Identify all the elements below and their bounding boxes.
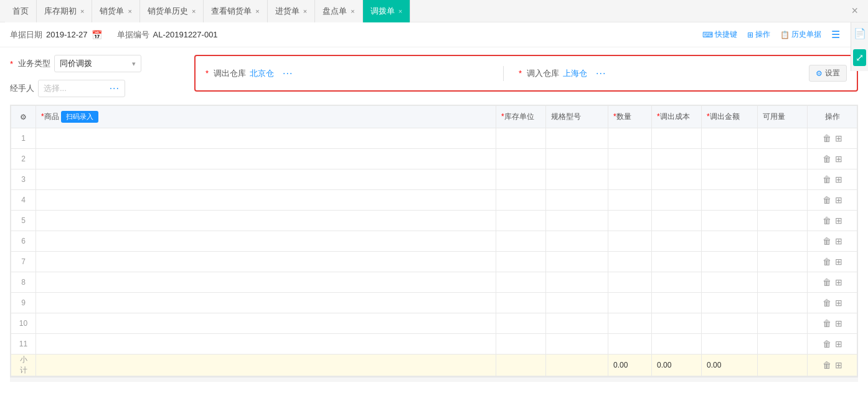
delete-icon[interactable]: 🗑 bbox=[823, 133, 831, 143]
shortcuts-button[interactable]: ⌨ 快捷键 bbox=[702, 29, 737, 40]
qty-cell[interactable] bbox=[608, 128, 652, 149]
product-cell[interactable] bbox=[36, 190, 496, 211]
amount-cell[interactable] bbox=[702, 128, 758, 149]
tab-purchase[interactable]: 进货单 × bbox=[268, 0, 315, 22]
copy-icon[interactable]: ⊞ bbox=[835, 236, 842, 246]
delete-icon[interactable]: 🗑 bbox=[823, 277, 831, 287]
copy-icon[interactable]: ⊞ bbox=[835, 277, 842, 287]
product-cell[interactable] bbox=[36, 169, 496, 190]
amount-cell[interactable] bbox=[702, 231, 758, 252]
delete-icon[interactable]: 🗑 bbox=[823, 298, 831, 308]
qty-cell[interactable] bbox=[608, 169, 652, 190]
product-cell[interactable] bbox=[36, 272, 496, 293]
qty-cell[interactable] bbox=[608, 231, 652, 252]
tab-close-icon[interactable]: × bbox=[303, 7, 307, 15]
delete-icon[interactable]: 🗑 bbox=[823, 236, 831, 246]
product-cell[interactable] bbox=[36, 313, 496, 334]
in-warehouse-value[interactable]: 上海仓 bbox=[563, 68, 587, 79]
delete-icon[interactable]: 🗑 bbox=[823, 154, 831, 164]
copy-icon[interactable]: ⊞ bbox=[835, 339, 842, 349]
tab-close-icon[interactable]: × bbox=[192, 7, 196, 15]
spec-cell[interactable] bbox=[546, 128, 608, 149]
amount-cell[interactable] bbox=[702, 293, 758, 313]
product-cell[interactable] bbox=[36, 211, 496, 231]
cost-cell[interactable] bbox=[652, 272, 702, 293]
unit-cell[interactable] bbox=[496, 149, 546, 169]
tab-close-icon[interactable]: × bbox=[255, 7, 259, 15]
tab-close-icon[interactable]: × bbox=[128, 7, 131, 15]
qty-cell[interactable] bbox=[608, 252, 652, 272]
spec-cell[interactable] bbox=[546, 231, 608, 252]
tab-transfer[interactable]: 调拨单 × bbox=[363, 0, 410, 22]
copy-icon[interactable]: ⊞ bbox=[835, 154, 842, 164]
expand-icon[interactable]: ⤢ bbox=[853, 49, 866, 66]
cost-cell[interactable] bbox=[652, 149, 702, 169]
cost-cell[interactable] bbox=[652, 169, 702, 190]
unit-cell[interactable] bbox=[496, 313, 546, 334]
product-cell[interactable] bbox=[36, 334, 496, 355]
cost-cell[interactable] bbox=[652, 313, 702, 334]
delete-icon[interactable]: 🗑 bbox=[823, 195, 831, 205]
spec-cell[interactable] bbox=[546, 149, 608, 169]
delete-icon[interactable]: 🗑 bbox=[823, 318, 831, 328]
spec-cell[interactable] bbox=[546, 334, 608, 355]
amount-cell[interactable] bbox=[702, 313, 758, 334]
window-close-button[interactable]: × bbox=[846, 4, 863, 17]
copy-icon[interactable]: ⊞ bbox=[835, 195, 842, 205]
copy-icon[interactable]: ⊞ bbox=[835, 318, 842, 328]
unit-cell[interactable] bbox=[496, 190, 546, 211]
layout-toggle-1[interactable]: ☰ bbox=[831, 29, 840, 40]
tab-view-sales[interactable]: 查看销货单 × bbox=[204, 0, 267, 22]
unit-cell[interactable] bbox=[496, 272, 546, 293]
scan-input-button[interactable]: 扫码录入 bbox=[61, 111, 98, 123]
unit-cell[interactable] bbox=[496, 231, 546, 252]
notes-icon[interactable]: 📄 bbox=[854, 27, 866, 39]
spec-cell[interactable] bbox=[546, 252, 608, 272]
handler-more-icon[interactable]: ··· bbox=[110, 83, 120, 94]
delete-icon[interactable]: 🗑 bbox=[823, 216, 831, 226]
tab-inventory-init[interactable]: 库存期初 × bbox=[37, 0, 92, 22]
spec-cell[interactable] bbox=[546, 293, 608, 313]
unit-cell[interactable] bbox=[496, 169, 546, 190]
spec-cell[interactable] bbox=[546, 169, 608, 190]
tab-close-icon[interactable]: × bbox=[80, 7, 84, 15]
qty-cell[interactable] bbox=[608, 211, 652, 231]
spec-cell[interactable] bbox=[546, 190, 608, 211]
amount-cell[interactable] bbox=[702, 334, 758, 355]
cost-cell[interactable] bbox=[652, 334, 702, 355]
cost-cell[interactable] bbox=[652, 231, 702, 252]
unit-cell[interactable] bbox=[496, 334, 546, 355]
calendar-icon[interactable]: 📅 bbox=[92, 30, 102, 40]
copy-icon[interactable]: ⊞ bbox=[835, 257, 842, 267]
qty-cell[interactable] bbox=[608, 313, 652, 334]
delete-icon[interactable]: 🗑 bbox=[823, 257, 831, 267]
history-button[interactable]: 📋 历史单据 bbox=[780, 29, 821, 40]
product-cell[interactable] bbox=[36, 149, 496, 169]
copy-icon[interactable]: ⊞ bbox=[835, 360, 842, 370]
copy-icon[interactable]: ⊞ bbox=[835, 298, 842, 308]
qty-cell[interactable] bbox=[608, 272, 652, 293]
amount-cell[interactable] bbox=[702, 252, 758, 272]
product-cell[interactable] bbox=[36, 231, 496, 252]
spec-cell[interactable] bbox=[546, 211, 608, 231]
copy-icon[interactable]: ⊞ bbox=[835, 216, 842, 226]
qty-cell[interactable] bbox=[608, 334, 652, 355]
delete-icon[interactable]: 🗑 bbox=[823, 339, 831, 349]
out-warehouse-value[interactable]: 北京仓 bbox=[250, 68, 274, 79]
handler-select[interactable]: 选择... ··· bbox=[38, 80, 125, 97]
tab-sales-order[interactable]: 销货单 × bbox=[92, 0, 139, 22]
amount-cell[interactable] bbox=[702, 211, 758, 231]
cost-cell[interactable] bbox=[652, 252, 702, 272]
tab-active-close-icon[interactable]: × bbox=[399, 7, 402, 15]
unit-cell[interactable] bbox=[496, 293, 546, 313]
product-cell[interactable] bbox=[36, 128, 496, 149]
cost-cell[interactable] bbox=[652, 128, 702, 149]
cost-cell[interactable] bbox=[652, 190, 702, 211]
copy-icon[interactable]: ⊞ bbox=[835, 133, 842, 143]
unit-cell[interactable] bbox=[496, 211, 546, 231]
in-warehouse-more-icon[interactable]: ··· bbox=[596, 68, 606, 79]
unit-cell[interactable] bbox=[496, 252, 546, 272]
business-type-select[interactable]: 同价调拨 ▾ bbox=[54, 55, 141, 72]
settings-button[interactable]: ⚙ 设置 bbox=[809, 65, 847, 82]
amount-cell[interactable] bbox=[702, 190, 758, 211]
